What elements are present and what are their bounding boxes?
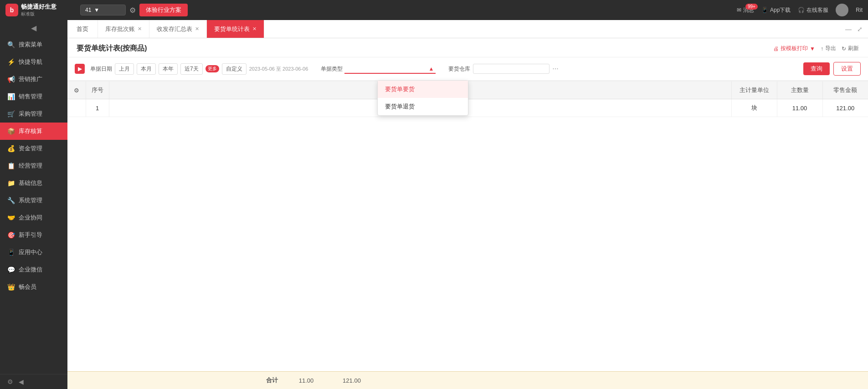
table-footer: 合计 11.00 121.00 — [67, 371, 868, 389]
sidebar-bottom: ⚙ ◀ — [0, 374, 67, 389]
cell-no: 1 — [86, 99, 109, 117]
export-icon: ↑ — [821, 46, 823, 52]
date-filter-label: 单据日期 — [90, 65, 112, 73]
refresh-button[interactable]: ↻ 刷新 — [842, 45, 859, 52]
date-custom-btn[interactable]: 自定义 — [222, 63, 247, 75]
footer-total-label: 合计 — [266, 377, 278, 384]
sidebar-icon-wechat: 💬 — [7, 266, 15, 273]
print-icon: 🖨 — [773, 46, 779, 52]
sidebar-label-inventory: 库存核算 — [19, 127, 42, 135]
tab-recv-summary-close[interactable]: ✕ — [195, 26, 199, 31]
type-filter-input[interactable] — [344, 64, 436, 74]
header-settings-icon[interactable]: ⚙ — [129, 6, 136, 15]
cell-empty — [67, 99, 86, 117]
store-selector[interactable]: 41 ▼ — [80, 5, 126, 15]
query-button[interactable]: 查询 — [803, 62, 830, 75]
sidebar-icon-search: 🔍 — [7, 41, 15, 48]
sidebar-label-finance: 资金管理 — [19, 144, 42, 153]
sidebar-label-marketing: 营销推广 — [19, 75, 42, 83]
warehouse-filter-input[interactable] — [473, 64, 550, 74]
export-label: 导出 — [825, 45, 836, 52]
settings-bottom-icon[interactable]: ⚙ — [7, 378, 13, 385]
type-filter-group: 单据类型 ▲ — [321, 64, 436, 74]
dropdown-item-order-goods[interactable]: 要货单要货 — [378, 81, 468, 98]
tab-order-stats-label: 要货单统计表 — [214, 25, 250, 33]
date-last-month-btn[interactable]: 上月 — [115, 63, 134, 75]
table-settings-button[interactable]: 设置 — [833, 62, 861, 76]
sidebar-icon-basic: 📁 — [7, 179, 15, 187]
sidebar-item-sales[interactable]: 📊销售管理 — [0, 88, 67, 105]
logo: b 畅捷通好生意 标准版 — [5, 3, 73, 17]
online-service-button[interactable]: 🎧 在线客服 — [798, 6, 828, 14]
sidebar-item-system[interactable]: 🔧系统管理 — [0, 192, 67, 209]
filter-area: ▶ 单据日期 上月 本月 本年 近7天 更多 自定义 2023-05-06 至 … — [67, 57, 868, 81]
sidebar-item-operations[interactable]: 📋经营管理 — [0, 157, 67, 174]
print-template-label: 按模板打印 — [781, 45, 808, 52]
sidebar-item-enterprise[interactable]: 🤝企业协同 — [0, 209, 67, 226]
sidebar-icon-guide: 🎯 — [7, 231, 15, 239]
sidebar-label-enterprise: 企业协同 — [19, 214, 42, 222]
th-settings[interactable]: ⚙ — [67, 82, 86, 99]
app-version: 标准版 — [21, 11, 56, 17]
sidebar-icon-members: 👑 — [7, 283, 15, 291]
export-button[interactable]: ↑ 导出 — [821, 45, 836, 52]
tab-home-label: 首页 — [77, 25, 88, 33]
sidebar-label-basic: 基础信息 — [19, 179, 42, 187]
sidebar-item-quicknav[interactable]: ⚡快捷导航 — [0, 53, 67, 71]
sidebar-label-sales: 销售管理 — [19, 92, 42, 101]
sidebar-item-inventory[interactable]: 📦库存核算 — [0, 123, 67, 140]
print-template-button[interactable]: 🖨 按模板打印 ▼ — [773, 45, 815, 52]
tab-inventory-batch[interactable]: 库存批次账 ✕ — [98, 20, 149, 38]
warehouse-filter-label: 要货仓库 — [448, 65, 470, 73]
message-icon: ✉ — [737, 7, 741, 13]
sidebar-item-purchase[interactable]: 🛒采购管理 — [0, 105, 67, 123]
tab-recv-summary[interactable]: 收发存汇总表 ✕ — [149, 20, 207, 38]
date-this-month-btn[interactable]: 本月 — [137, 63, 156, 75]
sidebar-label-system: 系统管理 — [19, 196, 42, 205]
sidebar-label-members: 畅会员 — [19, 283, 36, 291]
chevron-down-icon: ▼ — [94, 7, 99, 13]
tab-inventory-batch-label: 库存批次账 — [105, 25, 135, 33]
sidebar-item-appstore[interactable]: 📱应用中心 — [0, 244, 67, 261]
sidebar-icon-system: 🔧 — [7, 197, 15, 204]
tab-expand-icon[interactable]: ⤢ — [855, 24, 864, 35]
date-last-7days-btn[interactable]: 近7天 — [180, 63, 203, 75]
message-button[interactable]: ✉ 消息 99+ — [737, 6, 754, 14]
sidebar-item-finance[interactable]: 💰资金管理 — [0, 140, 67, 157]
sidebar-item-basic[interactable]: 📁基础信息 — [0, 174, 67, 192]
tab-order-stats[interactable]: 要货单统计表 ✕ — [207, 20, 264, 38]
avatar[interactable] — [836, 4, 848, 16]
more-filter-icon[interactable]: ··· — [552, 65, 558, 73]
page-content: 要货单统计表(按商品) 🖨 按模板打印 ▼ ↑ 导出 ↻ 刷新 — [67, 38, 868, 389]
sidebar-item-guide[interactable]: 🎯新手引导 — [0, 226, 67, 244]
dropdown-item-order-return[interactable]: 要货单退货 — [378, 98, 468, 115]
sidebar-toggle-top[interactable]: ◀ — [0, 20, 67, 36]
th-no: 序号 — [86, 82, 109, 99]
tab-inventory-batch-close[interactable]: ✕ — [138, 26, 142, 31]
date-more-badge[interactable]: 更多 — [205, 65, 219, 72]
date-filter-group: 单据日期 上月 本月 本年 近7天 更多 自定义 2023-05-06 至 20… — [90, 63, 308, 75]
tab-actions: — ⤢ — [843, 24, 868, 35]
filter-expand-button[interactable]: ▶ — [75, 64, 85, 74]
collapse-bottom-icon[interactable]: ◀ — [19, 378, 24, 385]
tab-minimize-icon[interactable]: — — [843, 24, 853, 35]
online-service-label: 在线客服 — [806, 6, 828, 14]
logo-icon: b — [5, 4, 18, 16]
sidebar-label-search: 搜索菜单 — [19, 41, 42, 49]
app-download-button[interactable]: 📱 App下载 — [761, 6, 791, 14]
sidebar-item-members[interactable]: 👑畅会员 — [0, 278, 67, 296]
tab-home[interactable]: 首页 — [67, 20, 98, 38]
trial-button[interactable]: 体验行业方案 — [139, 4, 188, 16]
message-badge: 99+ — [745, 4, 758, 10]
sidebar: ◀ 🔍搜索菜单⚡快捷导航📢营销推广📊销售管理🛒采购管理📦库存核算💰资金管理📋经营… — [0, 20, 67, 389]
sidebar-label-purchase: 采购管理 — [19, 110, 42, 118]
sidebar-item-search[interactable]: 🔍搜索菜单 — [0, 36, 67, 53]
sidebar-icon-enterprise: 🤝 — [7, 214, 15, 221]
sidebar-item-wechat[interactable]: 💬企业微信 — [0, 261, 67, 278]
type-filter-chevron-icon[interactable]: ▲ — [428, 66, 434, 72]
headset-icon: 🎧 — [798, 7, 805, 13]
sidebar-item-marketing[interactable]: 📢营销推广 — [0, 71, 67, 88]
footer-label: 合计 — [73, 376, 283, 384]
date-this-year-btn[interactable]: 本年 — [159, 63, 178, 75]
tab-order-stats-close[interactable]: ✕ — [252, 26, 257, 31]
